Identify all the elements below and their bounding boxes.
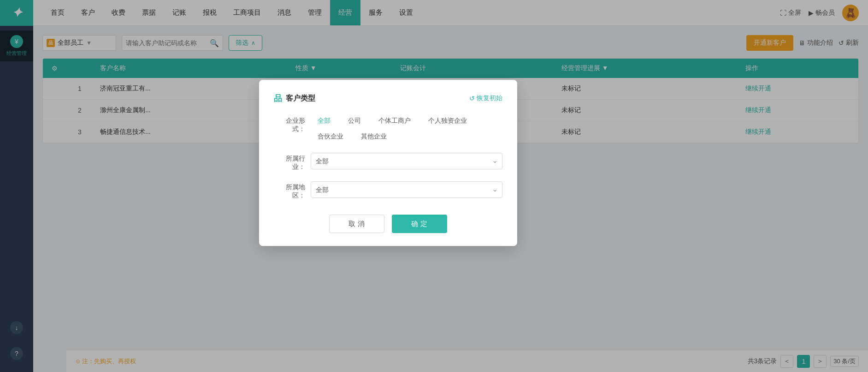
industry-select-wrapper: 全部 [311, 153, 502, 169]
enterprise-option-all[interactable]: 全部 [311, 115, 337, 127]
enterprise-option-partnership[interactable]: 合伙企业 [311, 131, 350, 143]
confirm-button[interactable]: 确 定 [392, 215, 447, 233]
reset-button[interactable]: ↺ 恢复初始 [469, 94, 502, 102]
modal-footer: 取 消 确 定 [274, 215, 502, 233]
form-row-enterprise: 企业形式： 全部 公司 个体工商户 个人独资企业 合伙企业 其他企业 [274, 115, 502, 143]
modal-overlay[interactable]: 品 客户类型 ↺ 恢复初始 企业形式： 全部 公司 个体工商户 个人独资企业 合… [0, 0, 868, 372]
reset-icon: ↺ [469, 95, 475, 102]
enterprise-option-company[interactable]: 公司 [341, 115, 368, 127]
form-row-industry: 所属行业： 全部 [274, 153, 502, 171]
enterprise-form-options: 全部 公司 个体工商户 个人独资企业 合伙企业 其他企业 [311, 115, 502, 143]
filter-modal: 品 客户类型 ↺ 恢复初始 企业形式： 全部 公司 个体工商户 个人独资企业 合… [259, 80, 517, 246]
enterprise-form-label: 企业形式： [274, 115, 311, 133]
enterprise-option-other[interactable]: 其他企业 [354, 131, 394, 143]
enterprise-option-individual[interactable]: 个体工商户 [372, 115, 418, 127]
enterprise-option-sole[interactable]: 个人独资企业 [421, 115, 474, 127]
modal-title: 品 客户类型 [274, 93, 315, 104]
industry-select[interactable]: 全部 [311, 153, 502, 169]
modal-header: 品 客户类型 ↺ 恢复初始 [274, 93, 502, 104]
modal-title-icon: 品 [274, 93, 282, 104]
region-select-container: 全部 [311, 181, 502, 198]
industry-label: 所属行业： [274, 153, 311, 171]
modal-title-text: 客户类型 [286, 94, 315, 103]
cancel-button[interactable]: 取 消 [329, 215, 384, 233]
region-select[interactable]: 全部 [311, 181, 502, 198]
form-row-region: 所属地区： 全部 [274, 181, 502, 200]
region-label: 所属地区： [274, 181, 311, 200]
reset-label: 恢复初始 [477, 94, 502, 102]
industry-select-container: 全部 [311, 153, 502, 169]
region-select-wrapper: 全部 [311, 181, 502, 198]
